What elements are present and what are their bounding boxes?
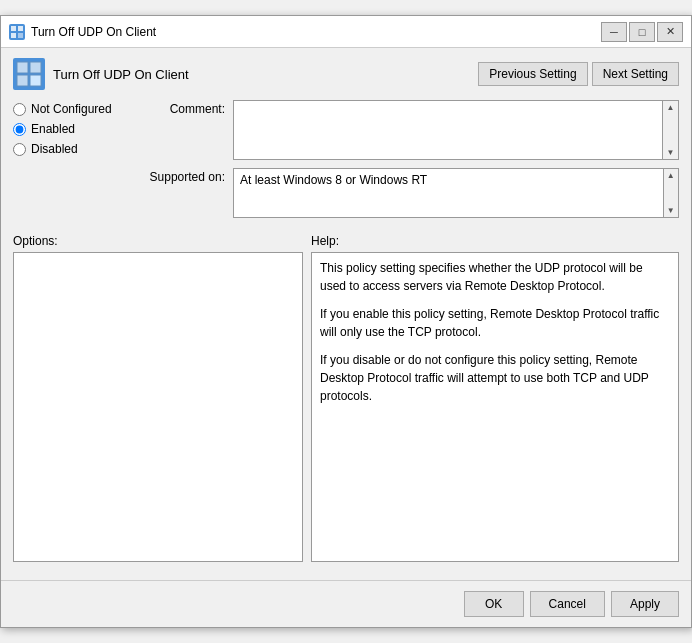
supported-label: Supported on: [143, 168, 233, 184]
svg-rect-7 [30, 75, 41, 86]
window-controls: ─ □ ✕ [601, 22, 683, 42]
enabled-radio[interactable] [13, 123, 26, 136]
svg-rect-2 [11, 33, 16, 38]
svg-rect-3 [18, 33, 23, 38]
form-section: Not Configured Enabled Disabled Comment: [13, 100, 679, 226]
content-area: Turn Off UDP On Client Previous Setting … [1, 48, 691, 572]
comment-wrapper: ▲ ▼ [233, 100, 679, 160]
maximize-button[interactable]: □ [629, 22, 655, 42]
close-button[interactable]: ✕ [657, 22, 683, 42]
minimize-button[interactable]: ─ [601, 22, 627, 42]
help-para-1: This policy setting specifies whether th… [320, 259, 670, 295]
supported-value: At least Windows 8 or Windows RT [233, 168, 664, 218]
not-configured-option[interactable]: Not Configured [13, 102, 133, 116]
svg-rect-4 [17, 62, 28, 73]
window-title: Turn Off UDP On Client [31, 25, 156, 39]
options-box [13, 252, 303, 562]
supported-row: Supported on: At least Windows 8 or Wind… [143, 168, 679, 218]
comment-input[interactable] [233, 100, 663, 160]
supported-scrollbar[interactable]: ▲ ▼ [664, 168, 679, 218]
ok-button[interactable]: OK [464, 591, 524, 617]
svg-rect-6 [17, 75, 28, 86]
title-bar: Turn Off UDP On Client ─ □ ✕ [1, 16, 691, 48]
two-col-section: Options: Help: This policy setting speci… [13, 234, 679, 562]
supported-wrapper: At least Windows 8 or Windows RT ▲ ▼ [233, 168, 679, 218]
footer: OK Cancel Apply [1, 580, 691, 627]
help-para-3: If you disable or do not configure this … [320, 351, 670, 405]
svg-rect-5 [30, 62, 41, 73]
radio-group: Not Configured Enabled Disabled [13, 100, 133, 226]
right-section: Comment: ▲ ▼ Supported on: At least Wind… [143, 100, 679, 226]
options-column: Options: [13, 234, 303, 562]
svg-rect-0 [11, 26, 16, 31]
comment-label: Comment: [143, 100, 233, 116]
cancel-button[interactable]: Cancel [530, 591, 605, 617]
supported-scroll-track [664, 180, 678, 206]
supported-scroll-up: ▲ [667, 171, 675, 180]
not-configured-label: Not Configured [31, 102, 112, 116]
help-column: Help: This policy setting specifies whet… [311, 234, 679, 562]
header-row: Turn Off UDP On Client Previous Setting … [13, 58, 679, 90]
header-left: Turn Off UDP On Client [13, 58, 189, 90]
disabled-label: Disabled [31, 142, 78, 156]
previous-setting-button[interactable]: Previous Setting [478, 62, 587, 86]
enabled-label: Enabled [31, 122, 75, 136]
enabled-option[interactable]: Enabled [13, 122, 133, 136]
help-para-2: If you enable this policy setting, Remot… [320, 305, 670, 341]
disabled-option[interactable]: Disabled [13, 142, 133, 156]
disabled-radio[interactable] [13, 143, 26, 156]
title-bar-left: Turn Off UDP On Client [9, 24, 156, 40]
apply-button[interactable]: Apply [611, 591, 679, 617]
policy-title: Turn Off UDP On Client [53, 67, 189, 82]
help-label: Help: [311, 234, 679, 248]
scroll-down-arrow: ▼ [667, 148, 675, 157]
policy-icon [13, 58, 45, 90]
not-configured-radio[interactable] [13, 103, 26, 116]
nav-buttons: Previous Setting Next Setting [478, 62, 679, 86]
scroll-up-arrow: ▲ [667, 103, 675, 112]
scroll-track [663, 112, 678, 148]
help-box: This policy setting specifies whether th… [311, 252, 679, 562]
options-label: Options: [13, 234, 303, 248]
comment-scrollbar[interactable]: ▲ ▼ [663, 100, 679, 160]
supported-scroll-down: ▼ [667, 206, 675, 215]
svg-rect-1 [18, 26, 23, 31]
comment-row: Comment: ▲ ▼ [143, 100, 679, 160]
main-window: Turn Off UDP On Client ─ □ ✕ Turn Off UD [0, 15, 692, 628]
window-icon [9, 24, 25, 40]
next-setting-button[interactable]: Next Setting [592, 62, 679, 86]
